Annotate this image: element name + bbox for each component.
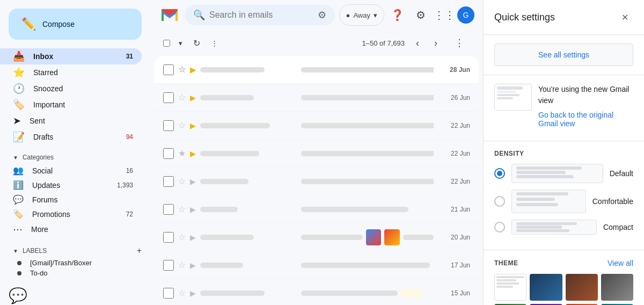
promotions-label: Promotions (32, 210, 118, 219)
row-important[interactable]: ▶ (190, 121, 196, 130)
row-important[interactable]: ▶ (190, 261, 196, 270)
sent-label: Sent (30, 117, 133, 125)
nav-more[interactable]: ⋯ More (0, 221, 142, 237)
table-row[interactable]: ☆ ▶ 22 Jun (155, 112, 479, 140)
categories-chevron[interactable]: ▼ (13, 155, 18, 161)
row-checkbox[interactable] (163, 120, 174, 131)
help-button[interactable]: ❓ (386, 4, 408, 26)
row-sender (200, 205, 297, 214)
theme-grid (494, 274, 633, 305)
row-important[interactable]: ▶ (190, 149, 196, 158)
density-option-comfortable[interactable]: Comfortable (494, 190, 633, 213)
topbar: 🔍 ⚙ ● Away ▾ ❓ ⚙ ⋮⋮ G (150, 0, 483, 30)
table-row[interactable]: ☆ ▶ 22 Jun (155, 168, 479, 195)
nav-promotions[interactable]: 🏷️ Promotions 72 (0, 207, 142, 221)
table-row[interactable]: ☆ ▶ 15 Jun (155, 279, 479, 301)
row-star[interactable]: ☆ (178, 288, 186, 298)
row-star[interactable]: ★ (178, 148, 186, 158)
row-checkbox[interactable] (163, 64, 174, 75)
search-bar[interactable]: 🔍 ⚙ (185, 5, 335, 25)
row-checkbox[interactable] (163, 260, 174, 271)
row-star[interactable]: ☆ (178, 260, 186, 270)
todo-label: To-do (30, 269, 48, 277)
theme-swatch-night[interactable] (530, 274, 562, 301)
more-toolbar-button[interactable]: ⋮ (207, 36, 222, 50)
density-option-compact[interactable]: Compact (494, 220, 633, 235)
prev-page-button[interactable]: ‹ (409, 34, 426, 52)
table-row[interactable]: ★ ▶ 22 Jun (155, 140, 479, 168)
row-important[interactable]: ▶ (190, 289, 196, 297)
row-important[interactable]: ▶ (190, 205, 196, 214)
next-page-button[interactable]: › (427, 34, 444, 52)
snoozed-label: Snoozed (33, 84, 133, 93)
row-checkbox[interactable] (163, 204, 174, 215)
nav-social[interactable]: 👥 Social 16 (0, 163, 142, 178)
search-advanced-icon[interactable]: ⚙ (318, 9, 326, 21)
apps-button[interactable]: ⋮⋮ (434, 4, 455, 26)
nav-chat[interactable]: 💬 Chat (0, 282, 142, 305)
table-row[interactable]: ☆ ▶ 20 Jun (155, 223, 479, 251)
radio-comfortable[interactable] (494, 196, 505, 207)
row-important[interactable]: ▶ (190, 93, 196, 102)
nav-sent[interactable]: ➤ Sent (0, 113, 142, 129)
settings-button[interactable]: ⚙ (410, 4, 431, 26)
nav-updates[interactable]: ℹ️ Updates 1,393 (0, 178, 142, 192)
table-row[interactable]: ☆ ▶ 28 Jun (155, 56, 479, 84)
density-comfortable-label: Comfortable (592, 197, 633, 206)
radio-default[interactable] (494, 168, 505, 179)
search-input[interactable] (209, 10, 313, 20)
chip-yellow (401, 289, 422, 297)
nav-important[interactable]: 🏷️ Important (0, 97, 142, 113)
table-row[interactable]: ☆ ▶ 17 Jun (155, 251, 479, 279)
row-important[interactable]: ▶ (190, 233, 196, 242)
gmail-preview-icon (494, 84, 532, 111)
add-label-icon[interactable]: + (137, 246, 142, 256)
nav-drafts[interactable]: 📝 Drafts 94 (0, 129, 142, 145)
trash-label: [Gmail]/Trash/Boxer (30, 259, 92, 267)
back-to-original-link[interactable]: Go back to the original Gmail view (538, 106, 633, 132)
theme-swatch-default[interactable] (494, 274, 526, 301)
row-star[interactable]: ☆ (178, 204, 186, 214)
theme-swatch-wood[interactable] (566, 274, 598, 301)
labels-chevron[interactable]: ▼ (13, 248, 18, 254)
row-checkbox[interactable] (163, 232, 174, 243)
email-toolbar: ▾ ↻ ⋮ 1–50 of 7,693 ‹ › ⋮ (150, 30, 483, 56)
density-option-default[interactable]: Default (494, 164, 633, 183)
away-button[interactable]: ● Away ▾ (339, 4, 384, 26)
table-row[interactable]: ☆ ▶ 21 Jun (155, 195, 479, 223)
row-sender (200, 149, 297, 158)
compose-button[interactable]: ✏️ Compose (9, 9, 142, 40)
row-checkbox[interactable] (163, 92, 174, 103)
row-checkbox[interactable] (163, 288, 174, 299)
row-star[interactable]: ☆ (178, 120, 186, 130)
row-star[interactable]: ☆ (178, 176, 186, 186)
table-row[interactable]: ☆ ▶ 26 Jun (155, 84, 479, 112)
avatar[interactable]: G (457, 6, 474, 24)
radio-compact[interactable] (494, 222, 505, 233)
sidebar-item-todo[interactable]: To-do (0, 268, 142, 278)
row-star[interactable]: ☆ (178, 92, 186, 103)
row-checkbox[interactable] (163, 148, 174, 159)
see-all-settings-button[interactable]: See all settings (494, 43, 633, 66)
row-checkbox[interactable] (163, 176, 174, 187)
nav-forums[interactable]: 💬 Forums (0, 192, 142, 207)
refresh-button[interactable]: ↻ (189, 35, 204, 52)
nav-inbox[interactable]: 📥 Inbox 31 (0, 48, 142, 64)
row-important[interactable]: ▶ (190, 66, 196, 74)
select-all-checkbox[interactable] (163, 40, 170, 47)
row-star[interactable]: ☆ (178, 232, 186, 242)
theme-swatch-dark[interactable] (601, 274, 633, 301)
density-section: DENSITY Default (484, 141, 644, 250)
nav-starred[interactable]: ⭐ Starred (0, 64, 142, 81)
view-all-themes-link[interactable]: View all (608, 259, 633, 267)
close-settings-button[interactable]: ✕ (616, 9, 633, 26)
inline-image-2 (384, 229, 400, 245)
row-star[interactable]: ☆ (178, 64, 186, 75)
sidebar-item-trash[interactable]: [Gmail]/Trash/Boxer (0, 258, 142, 268)
row-important[interactable]: ▶ (190, 177, 196, 186)
view-options-button[interactable]: ⋮ (449, 32, 470, 54)
select-dropdown-button[interactable]: ▾ (174, 36, 187, 50)
row-content (301, 121, 434, 130)
nav-snoozed[interactable]: 🕐 Snoozed (0, 81, 142, 97)
sidebar: ✏️ Compose 📥 Inbox 31 ⭐ Starred 🕐 Snooze… (0, 0, 150, 305)
